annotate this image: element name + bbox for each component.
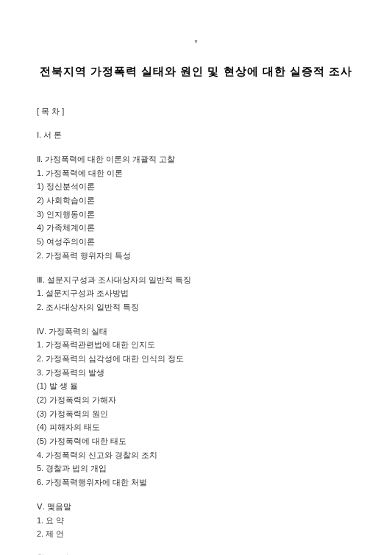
toc-item: 4) 가족체계이론	[37, 221, 355, 235]
toc-item: 5) 여성주의이론	[37, 235, 355, 249]
section-heading: Ⅳ. 가정폭력의 실태	[37, 325, 355, 339]
section-6: 참고문헌	[37, 551, 355, 555]
section-heading: Ⅴ. 맺음말	[37, 500, 355, 514]
section-3: Ⅲ. 설문지구성과 조사대상자의 일반적 특징 1. 설문지구성과 조사방법 2…	[37, 273, 355, 314]
section-2: Ⅱ. 가정폭력에 대한 이론의 개괄적 고찰 1. 가정폭력에 대한 이론 1)…	[37, 152, 355, 263]
section-heading: Ⅲ. 설문지구성과 조사대상자의 일반적 특징	[37, 273, 355, 287]
toc-item: 2. 제 언	[37, 527, 355, 541]
toc-item: 2. 조사대상자의 일반적 특징	[37, 300, 355, 314]
toc-item: 3) 인지행동이론	[37, 208, 355, 222]
section-heading: 참고문헌	[37, 551, 355, 555]
toc-item: (3) 가정폭력의 원인	[37, 407, 355, 421]
toc-item: 5. 경찰과 법의 개입	[37, 462, 355, 476]
section-heading: Ⅰ. 서 론	[37, 128, 355, 142]
toc-item: 1. 요 약	[37, 514, 355, 528]
section-4: Ⅳ. 가정폭력의 실태 1. 가정폭력관련법에 대한 인지도 2. 가정폭력의 …	[37, 325, 355, 489]
toc-item: 4. 가정폭력의 신고와 경찰의 조치	[37, 448, 355, 462]
asterisk-marker: *	[37, 37, 355, 49]
toc-item: (5) 가정폭력에 대한 태도	[37, 434, 355, 448]
toc-item: (1) 발 생 율	[37, 379, 355, 393]
toc-label: [ 목 차 ]	[37, 105, 355, 119]
toc-item: 1. 가정폭력에 대한 이론	[37, 166, 355, 180]
section-5: Ⅴ. 맺음말 1. 요 약 2. 제 언	[37, 500, 355, 541]
toc-item: 2) 사회학습이론	[37, 194, 355, 208]
document-title: 전북지역 가정폭력 실태와 원인 및 현상에 대한 실증적 조사	[37, 63, 355, 81]
toc-item: 1) 정신분석이론	[37, 180, 355, 194]
toc-item: 1. 설문지구성과 조사방법	[37, 286, 355, 300]
toc-item: 2. 가정폭력의 심각성에 대한 인식의 정도	[37, 352, 355, 366]
toc-item: 6. 가정폭력행위자에 대한 처벌	[37, 476, 355, 489]
toc-item: (4) 피해자의 태도	[37, 420, 355, 434]
toc-item: 1. 가정폭력관련법에 대한 인지도	[37, 338, 355, 352]
section-heading: Ⅱ. 가정폭력에 대한 이론의 개괄적 고찰	[37, 152, 355, 166]
toc-item: 3. 가정폭력의 발생	[37, 366, 355, 380]
section-1: Ⅰ. 서 론	[37, 128, 355, 142]
toc-item: (2) 가정폭력의 가해자	[37, 393, 355, 407]
toc-item: 2. 가정폭력 행위자의 특성	[37, 249, 355, 263]
